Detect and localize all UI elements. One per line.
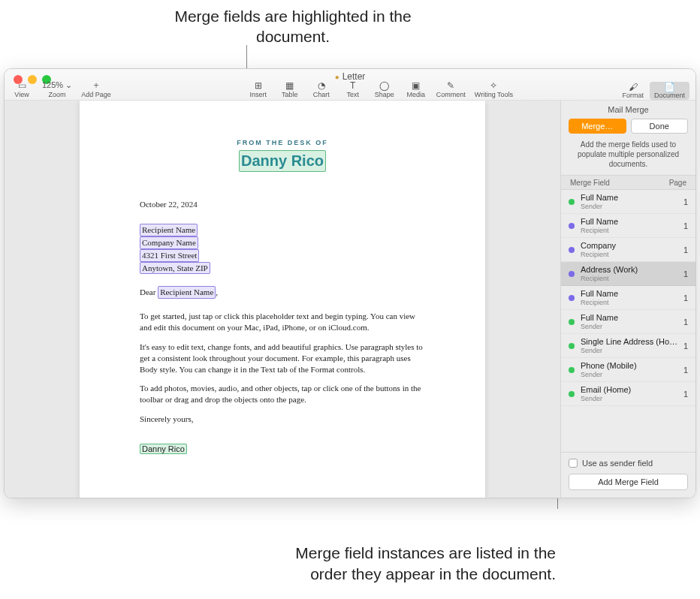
add-page-button[interactable]: ＋ Add Page (81, 81, 111, 98)
document-tab[interactable]: 📄 Document (650, 82, 689, 100)
comment-icon: ✎ (445, 81, 457, 90)
merge-field-row[interactable]: Email (Home)Sender1 (561, 382, 695, 406)
field-sub: Sender (581, 371, 679, 378)
done-button[interactable]: Done (631, 119, 689, 134)
field-sub: Recipient (581, 251, 679, 258)
zoom-dropdown[interactable]: 125% ⌄ Zoom (42, 80, 72, 98)
annotation-bottom: Merge field instances are listed in the … (255, 543, 556, 584)
merge-field-row[interactable]: Single Line Address (Ho…Sender1 (561, 334, 695, 358)
view-button[interactable]: ▭ View (11, 81, 33, 98)
merge-field-recipient-name[interactable]: Recipient Name (140, 224, 198, 236)
chart-button[interactable]: ◔Chart (310, 81, 333, 98)
sidebar-help-text: Add the merge fields used to populate mu… (561, 140, 695, 175)
field-sub: Sender (581, 203, 679, 210)
use-as-sender-checkbox[interactable]: Use as sender field (569, 459, 688, 468)
body-para-1[interactable]: To get started, just tap or click this p… (140, 311, 425, 333)
field-name: Full Name (581, 217, 679, 226)
field-page: 1 (683, 197, 688, 206)
field-name: Full Name (581, 313, 679, 322)
merge-field-sender-name[interactable]: Danny Rico (239, 150, 326, 172)
merge-field-row[interactable]: Full NameSender1 (561, 310, 695, 334)
insert-button[interactable]: ⊞Insert (247, 81, 270, 98)
field-name: Full Name (581, 289, 679, 298)
document-page[interactable]: FROM THE DESK OF Danny Rico October 22, … (80, 101, 485, 498)
field-name: Address (Work) (581, 265, 679, 274)
field-page: 1 (683, 342, 688, 351)
writing-tools-button[interactable]: ✧Writing Tools (475, 81, 513, 98)
merge-field-signature[interactable]: Danny Rico (140, 444, 187, 454)
recipient-dot-icon (569, 271, 575, 277)
recipient-block: Recipient Name Company Name 4321 First S… (140, 224, 425, 274)
merge-field-street[interactable]: 4321 First Street (140, 249, 199, 262)
text-button[interactable]: TText (342, 81, 364, 98)
inspector-toggle: 🖌 Format 📄 Document (617, 82, 689, 100)
field-sub: Sender (581, 395, 679, 402)
signature-block: Danny Rico (140, 444, 425, 455)
media-icon: ▣ (410, 81, 422, 90)
main-area: FROM THE DESK OF Danny Rico October 22, … (5, 101, 695, 498)
media-button[interactable]: ▣Media (405, 81, 427, 98)
sidebar-title: Mail Merge (561, 101, 695, 117)
field-sub: Recipient (581, 299, 679, 306)
chart-icon: ◔ (315, 81, 327, 90)
sender-dot-icon (569, 391, 575, 397)
closing: Sincerely yours, (140, 414, 425, 425)
field-sub: Sender (581, 347, 679, 354)
insert-icon: ⊞ (252, 81, 264, 90)
field-list-header: Merge Field Page (561, 175, 695, 190)
mail-merge-sidebar: Mail Merge Merge… Done Add the merge fie… (560, 101, 695, 498)
merge-field-list: Full NameSender1Full NameRecipient1Compa… (561, 190, 695, 452)
field-name: Email (Home) (581, 385, 679, 394)
merge-field-row[interactable]: Full NameRecipient1 (561, 286, 695, 310)
field-sub: Recipient (581, 275, 679, 282)
checkbox-icon (569, 459, 578, 468)
merge-field-row[interactable]: Full NameSender1 (561, 190, 695, 214)
sender-dot-icon (569, 319, 575, 325)
recipient-dot-icon (569, 295, 575, 301)
format-tab[interactable]: 🖌 Format (617, 82, 648, 100)
recipient-dot-icon (569, 223, 575, 229)
field-sub: Sender (581, 323, 679, 330)
field-sub: Recipient (581, 227, 679, 234)
merge-field-row[interactable]: Full NameRecipient1 (561, 214, 695, 238)
shape-button[interactable]: ◯Shape (373, 81, 396, 98)
merge-button[interactable]: Merge… (569, 119, 626, 134)
writing-tools-icon: ✧ (487, 81, 499, 90)
comment-button[interactable]: ✎Comment (436, 81, 466, 98)
add-page-icon: ＋ (90, 81, 102, 90)
field-page: 1 (683, 293, 688, 303)
format-icon: 🖌 (627, 83, 639, 92)
titlebar: Letter ▭ View 125% ⌄ Zoom ＋ Add Page ⊞In… (5, 69, 695, 101)
field-name: Single Line Address (Ho… (581, 337, 679, 346)
document-icon: 📄 (663, 83, 675, 92)
app-window: Letter ▭ View 125% ⌄ Zoom ＋ Add Page ⊞In… (4, 68, 696, 498)
merge-field-row[interactable]: CompanyRecipient1 (561, 238, 695, 262)
sender-dot-icon (569, 199, 575, 205)
document-canvas[interactable]: FROM THE DESK OF Danny Rico October 22, … (5, 101, 560, 498)
merge-field-city-state[interactable]: Anytown, State ZIP (140, 262, 210, 275)
field-page: 1 (683, 245, 688, 254)
field-page: 1 (683, 390, 688, 399)
field-page: 1 (683, 366, 688, 375)
merge-field-row[interactable]: Address (Work)Recipient1 (561, 262, 695, 286)
add-merge-field-button[interactable]: Add Merge Field (569, 474, 688, 490)
body-para-3[interactable]: To add photos, movies, audio, and other … (140, 383, 425, 405)
merge-field-salutation-name[interactable]: Recipient Name (158, 286, 216, 299)
field-name: Company (581, 241, 679, 250)
field-page: 1 (683, 318, 688, 327)
field-page: 1 (683, 221, 688, 230)
sidebar-footer: Use as sender field Add Merge Field (561, 452, 695, 498)
field-page: 1 (683, 269, 688, 278)
field-name: Phone (Mobile) (581, 361, 679, 370)
body-para-2[interactable]: It's easy to edit text, change fonts, an… (140, 342, 425, 375)
sender-dot-icon (569, 343, 575, 349)
toolbar: ▭ View 125% ⌄ Zoom ＋ Add Page ⊞Insert ▦T… (5, 79, 695, 100)
table-button[interactable]: ▦Table (279, 81, 301, 98)
recipient-dot-icon (569, 247, 575, 253)
merge-field-row[interactable]: Phone (Mobile)Sender1 (561, 358, 695, 382)
view-icon: ▭ (16, 81, 28, 90)
text-icon: T (347, 81, 359, 90)
annotation-top: Merge fields are highlighted in the docu… (150, 6, 436, 47)
merge-field-company[interactable]: Company Name (140, 236, 198, 249)
field-name: Full Name (581, 193, 679, 202)
